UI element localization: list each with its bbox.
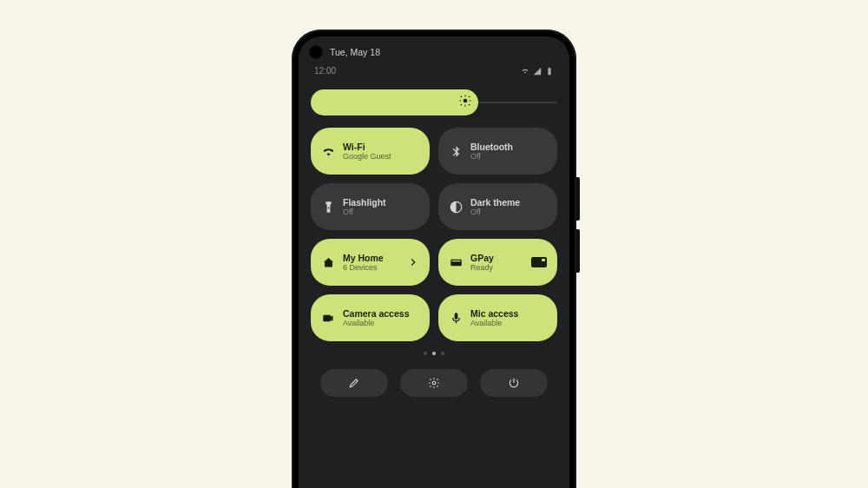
power-icon: [508, 377, 520, 389]
page-dot-active: [432, 352, 436, 355]
home-icon: [321, 255, 335, 269]
tile-subtitle: Off: [470, 152, 547, 161]
settings-button[interactable]: [400, 369, 468, 397]
tile-my-home[interactable]: My Home 6 Devices: [311, 239, 430, 286]
tile-wifi[interactable]: Wi-Fi Google Guest: [311, 128, 430, 175]
edit-button[interactable]: [320, 369, 388, 397]
svg-line-7: [469, 96, 470, 97]
svg-point-10: [432, 381, 436, 385]
signal-status-icon: [533, 67, 542, 76]
tile-dark-theme[interactable]: Dark theme Off: [438, 183, 557, 230]
brightness-icon: [459, 95, 471, 110]
phone-frame: Tue, May 18 12:00: [292, 30, 576, 488]
svg-line-8: [461, 104, 462, 105]
dark-theme-icon: [449, 200, 463, 214]
tile-subtitle: Google Guest: [343, 152, 419, 161]
mic-icon: [449, 311, 463, 325]
tile-flashlight[interactable]: Flashlight Off: [311, 183, 430, 230]
payment-card-icon: [531, 257, 547, 267]
footer-actions: [299, 367, 569, 397]
tile-subtitle: 6 Devices: [343, 263, 399, 272]
tile-subtitle: Ready: [470, 263, 523, 272]
wifi-status-icon: [521, 67, 529, 76]
status-bar: 12:00: [299, 61, 569, 79]
tile-title: Camera access: [343, 308, 419, 319]
tile-mic-access[interactable]: Mic access Available: [438, 294, 557, 341]
front-camera: [311, 47, 321, 57]
brightness-slider[interactable]: [311, 89, 557, 115]
tile-title: Dark theme: [470, 197, 547, 208]
tile-subtitle: Available: [470, 319, 547, 327]
tile-subtitle: Available: [343, 319, 419, 327]
status-icons: [521, 67, 554, 76]
tile-title: GPay: [470, 253, 523, 263]
chevron-right-icon: [407, 256, 419, 268]
tile-title: Flashlight: [343, 197, 419, 208]
screen: Tue, May 18 12:00: [299, 36, 569, 488]
power-button[interactable]: [480, 369, 548, 397]
tile-subtitle: Off: [343, 208, 419, 216]
pencil-icon: [348, 377, 360, 389]
brightness-fill: [311, 89, 478, 115]
tile-title: My Home: [343, 253, 399, 263]
tile-gpay[interactable]: GPay Ready: [438, 239, 557, 286]
quick-settings-tiles: Wi-Fi Google Guest Bluetooth Off: [311, 128, 557, 341]
svg-point-0: [464, 99, 468, 103]
battery-status-icon: [545, 67, 554, 76]
page-dot: [424, 352, 427, 355]
tile-bluetooth[interactable]: Bluetooth Off: [438, 128, 557, 175]
tile-camera-access[interactable]: Camera access Available: [311, 294, 430, 341]
svg-line-5: [461, 96, 462, 97]
page-indicator: [311, 352, 557, 355]
status-date: Tue, May 18: [299, 36, 569, 61]
wallet-icon: [449, 255, 463, 269]
wifi-icon: [321, 144, 335, 158]
page-dot: [441, 352, 444, 355]
tile-title: Mic access: [470, 308, 547, 319]
tile-title: Bluetooth: [470, 142, 547, 152]
volume-up-button: [576, 177, 580, 221]
bluetooth-icon: [449, 144, 463, 158]
volume-down-button: [576, 229, 580, 273]
tile-subtitle: Off: [470, 208, 547, 216]
gear-icon: [428, 377, 440, 389]
flashlight-icon: [321, 200, 335, 214]
svg-line-6: [469, 104, 470, 105]
camera-icon: [321, 311, 335, 325]
tile-title: Wi-Fi: [343, 142, 419, 152]
status-time: 12:00: [314, 66, 336, 76]
